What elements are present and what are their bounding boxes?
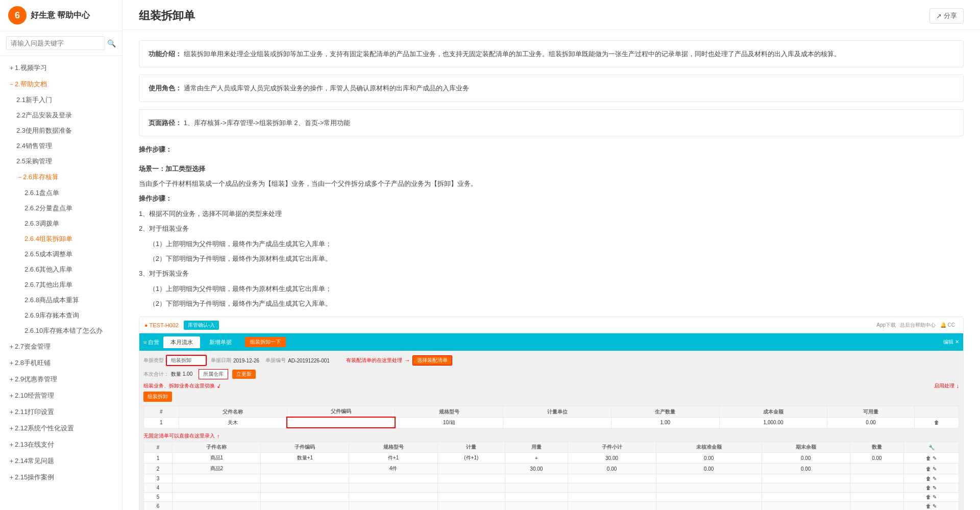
sim-status-badge: 库管确认-入 [184, 321, 219, 330]
sim-child-col-code: 子件编码 [261, 442, 349, 453]
sidebar-item-2-5[interactable]: 2.5采购管理 [0, 154, 122, 169]
sidebar-item-2-12[interactable]: ＋ 2.12系统个性化设置 [0, 420, 122, 436]
feature-intro-label: 功能介绍： [149, 50, 182, 58]
feature-intro-text: 组装拆卸单用来处理企业组装或拆卸等加工业务，支持有固定装配清单的产品加工业务，也… [184, 50, 841, 58]
search-input[interactable] [6, 36, 105, 50]
sim-orange-button[interactable]: 组装拆卸一下 [245, 337, 286, 347]
sidebar-item-2-2[interactable]: 2.2产品安装及登录 [0, 108, 122, 123]
step1: 1、根据不同的业务，选择不同单据的类型来处理 [139, 208, 964, 220]
sim-col-parent-code: 父件编码 [287, 406, 395, 418]
path-block: 页面路径： 1、库存核算->库存管理->组装拆卸单 2、首页->常用功能 [139, 109, 964, 136]
table-row: 1 商品1 数量+1 件+1 (件+1) + 30.00 0.00 0.00 [144, 453, 959, 464]
sim-annotation-row4: 无固定清单可以直接在这里录入 ↑ [143, 432, 959, 440]
sim-count-value: 数量 1.00 [171, 371, 192, 378]
sidebar-item-2-8[interactable]: ＋ 2.8手机旺铺 [0, 355, 122, 371]
sidebar-item-2-1[interactable]: 2.1新手入门 [0, 92, 122, 108]
sidebar-item-2-6-8[interactable]: 2.6.8商品成本重算 [0, 293, 122, 308]
table-row: 1 关木 10/箱 1.00 1,000.00 0.00 🗑 [144, 417, 959, 428]
annotation-assembly-template: 有装配清单的在这里处理 [346, 357, 402, 364]
sidebar-item-2-6-3[interactable]: 2.6.3调拨单 [0, 216, 122, 231]
sim-form-row1: 单据类型 组装拆卸 单据日期 2019-12-26 单据编号 AD-201912… [143, 355, 959, 366]
sidebar-item-2-6-4[interactable]: 2.6.4组装拆卸单 [0, 231, 122, 247]
content-body: 功能介绍： 组装拆卸单用来处理企业组装或拆卸等加工业务，支持有固定装配清单的产品… [122, 30, 980, 510]
red-arrow-2: ↙ [216, 382, 223, 390]
sim-col-unit: 计量单位 [503, 406, 611, 418]
sim-child-table: # 子件名称 子件编码 规格型号 计量 用量 子件小计 未核准金额 期末余额 [143, 442, 959, 510]
step3: 3、对于拆装业务 [139, 268, 964, 279]
annotation-direct-entry: 无固定清单可以直接在这里录入 [143, 432, 215, 440]
sidebar-item-2-6-9[interactable]: 2.6.9库存账本查询 [0, 308, 122, 323]
sim-warehouse-input[interactable]: 所属仓库 [199, 369, 228, 379]
sim-screenshot: ● TEST-H002 库管确认-入 App下载 总后台帮助中心 🔔 CC ≡ … [139, 317, 963, 510]
sim-tab-recent[interactable]: 本月流水 [163, 336, 200, 348]
sim-col-parent-name: 父件名称 [179, 406, 287, 418]
sidebar-item-2-6-1[interactable]: 2.6.1盘点单 [0, 185, 122, 201]
plus-icon-2-12: ＋ [8, 424, 15, 433]
logo-icon: 6 [8, 6, 27, 25]
table-row: 4🗑 ✎ [144, 483, 959, 493]
role-label: 使用角色： [149, 84, 182, 92]
sim-child-col-subtotal: 子件小计 [568, 442, 656, 453]
screenshot-container: ● TEST-H002 库管确认-入 App下载 总后台帮助中心 🔔 CC ≡ … [139, 317, 964, 510]
sidebar-item-2-6-2[interactable]: 2.6.2分量盘点单 [0, 201, 122, 216]
plus-icon-2-15: ＋ [8, 473, 15, 482]
sim-date-value: 2019-12-26 [233, 358, 259, 363]
main-content: 组装拆卸单 ↗ 分享 功能介绍： 组装拆卸单用来处理企业组装或拆卸等加工业务，支… [122, 0, 980, 510]
sim-parent-table: # 父件名称 父件编码 规格型号 计量单位 生产数量 成本金额 可用量 [143, 406, 959, 428]
minus-icon: － [8, 80, 15, 89]
sidebar-item-2-4[interactable]: 2.4销售管理 [0, 138, 122, 154]
sidebar-item-2-3[interactable]: 2.3使用前数据准备 [0, 123, 122, 138]
sidebar-item-2-11[interactable]: ＋ 2.11打印设置 [0, 404, 122, 420]
main-header: 组装拆卸单 ↗ 分享 [122, 0, 980, 30]
sidebar-item-2-6-7[interactable]: 2.6.7其他出库单 [0, 277, 122, 293]
role-text: 通常由生产人员或库管人员完成拆装业务的操作，库管人员确认原材料的出库和产成品的入… [184, 84, 469, 92]
sidebar-item-2-7[interactable]: ＋ 2.7资金管理 [0, 338, 122, 355]
sim-child-col-balance: 期末余额 [762, 442, 850, 453]
sim-count-label: 本次合计： [143, 371, 169, 378]
share-button[interactable]: ↗ 分享 [929, 8, 964, 23]
minus-icon-2-6: － [16, 173, 23, 182]
red-arrow-3: ↓ [957, 383, 960, 389]
sim-section-header: 组装拆卸 [143, 392, 172, 402]
table-row: 3🗑 ✎ [144, 474, 959, 483]
annotation-enable: 启用处理 [934, 382, 954, 390]
search-box: 🔍 [0, 31, 122, 56]
share-icon: ↗ [936, 12, 942, 20]
feature-intro-block: 功能介绍： 组装拆卸单用来处理企业组装或拆卸等加工业务，支持有固定装配清单的产品… [139, 40, 964, 67]
sim-child-col-name: 子件名称 [173, 442, 261, 453]
sidebar-item-2-6-6[interactable]: 2.6.6其他入库单 [0, 262, 122, 277]
step2: 2、对于组装业务 [139, 223, 964, 234]
sim-child-col-usage: 用量 [505, 442, 568, 453]
sidebar-item-2-6-5[interactable]: 2.6.5成本调整单 [0, 247, 122, 262]
sim-col-available: 可用量 [827, 406, 914, 418]
steps-block: 操作步骤： [139, 143, 964, 155]
sidebar-item-2-6[interactable]: － 2.6库存核算 [0, 169, 122, 185]
search-button[interactable]: 🔍 [107, 39, 116, 47]
path-label: 页面路径： [149, 119, 182, 127]
sidebar-item-2-14[interactable]: ＋ 2.14常见问题 [0, 453, 122, 469]
sidebar-item-2-10[interactable]: ＋ 2.10经营管理 [0, 387, 122, 404]
step3-2: （2）下部明细为子件明细，最终作为产成品生成其它入库单。 [139, 298, 964, 309]
sim-date-label: 单据日期 [211, 357, 231, 364]
sim-col-action [914, 406, 959, 418]
sim-type-label: 单据类型 [143, 357, 164, 364]
scene1-block: 场景一：加工类型选择 当由多个子件材料组装成一个成品的业务为【组装】业务，当由一… [139, 163, 964, 310]
sidebar-item-2-13[interactable]: ＋ 2.13在线支付 [0, 436, 122, 453]
sim-child-col-num: # [144, 442, 173, 453]
step2-2: （2）下部明细为子件明细，最终作为原材料生成其它出库单。 [139, 253, 964, 264]
sim-confirm-btn[interactable]: 立更新 [232, 370, 256, 379]
sim-parent-code-cell[interactable] [287, 417, 395, 428]
sim-select-template-btn[interactable]: 选择装配清单 [412, 355, 452, 366]
sidebar-item-2[interactable]: － 2.帮助文档 [0, 76, 122, 92]
sim-parent-section: 组装拆卸 [143, 392, 959, 404]
sim-type-value[interactable]: 组装拆卸 [166, 355, 207, 366]
sidebar-item-1[interactable]: ＋ 1.视频学习 [0, 60, 122, 76]
sidebar-item-2-15[interactable]: ＋ 2.15操作案例 [0, 469, 122, 485]
plus-icon-2-11: ＋ [8, 407, 15, 417]
sim-tab-new[interactable]: 新增单据 [202, 336, 239, 348]
sidebar-header: 6 好生意 帮助中心 [0, 0, 122, 31]
app-title: 好生意 帮助中心 [31, 10, 90, 21]
sidebar-item-2-6-10[interactable]: 2.6.10库存账本错了怎么办 [0, 323, 122, 338]
red-arrow-1: → [404, 357, 410, 364]
sidebar-item-2-9[interactable]: ＋ 2.9优惠券管理 [0, 371, 122, 387]
